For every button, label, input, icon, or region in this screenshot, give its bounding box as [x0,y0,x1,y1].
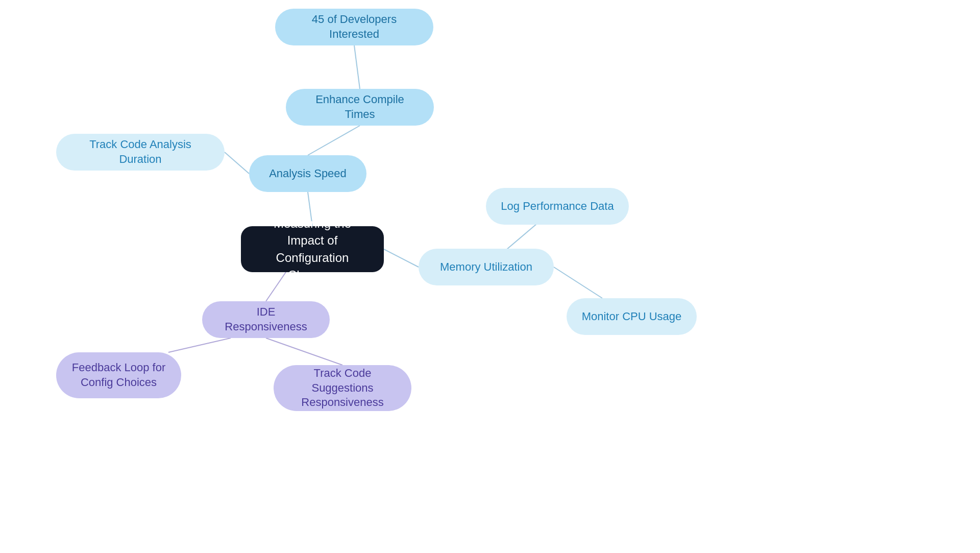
node-analysis-speed[interactable]: Analysis Speed [249,155,366,192]
mindmap-canvas: 45 of Developers Interested Enhance Comp… [0,0,980,553]
node-center-label: Measuring the Impact ofConfiguration Cha… [255,215,370,283]
node-feedback-label: Feedback Loop for Config Choices [70,360,167,390]
node-track-code-analysis[interactable]: Track Code Analysis Duration [56,134,225,171]
node-memory-label: Memory Utilization [440,260,532,275]
node-enhance-compile[interactable]: Enhance Compile Times [286,89,434,126]
svg-line-6 [554,267,602,298]
node-ide-responsiveness[interactable]: IDE Responsiveness [202,301,330,338]
svg-line-8 [168,338,231,352]
node-log-performance[interactable]: Log Performance Data [486,188,629,225]
node-log-perf-label: Log Performance Data [501,199,614,214]
node-track-suggestions[interactable]: Track Code Suggestions Responsiveness [274,365,411,411]
svg-line-2 [225,152,249,174]
node-developers-label: 45 of Developers Interested [289,12,419,41]
node-memory-utilization[interactable]: Memory Utilization [419,249,554,285]
node-compile-label: Enhance Compile Times [300,92,420,122]
svg-line-9 [266,338,342,365]
node-ide-label: IDE Responsiveness [216,305,315,334]
node-developers-interested[interactable]: 45 of Developers Interested [275,9,433,45]
node-center-topic[interactable]: Measuring the Impact ofConfiguration Cha… [241,226,384,272]
node-cpu-label: Monitor CPU Usage [582,309,682,324]
node-analysis-label: Analysis Speed [269,166,347,181]
node-suggestions-label: Track Code Suggestions Responsiveness [288,366,397,410]
node-monitor-cpu[interactable]: Monitor CPU Usage [567,298,697,335]
svg-line-1 [308,126,360,155]
node-track-analysis-label: Track Code Analysis Duration [70,137,210,166]
node-feedback-loop[interactable]: Feedback Loop for Config Choices [56,352,181,398]
svg-line-0 [354,45,360,89]
svg-line-4 [384,249,419,267]
